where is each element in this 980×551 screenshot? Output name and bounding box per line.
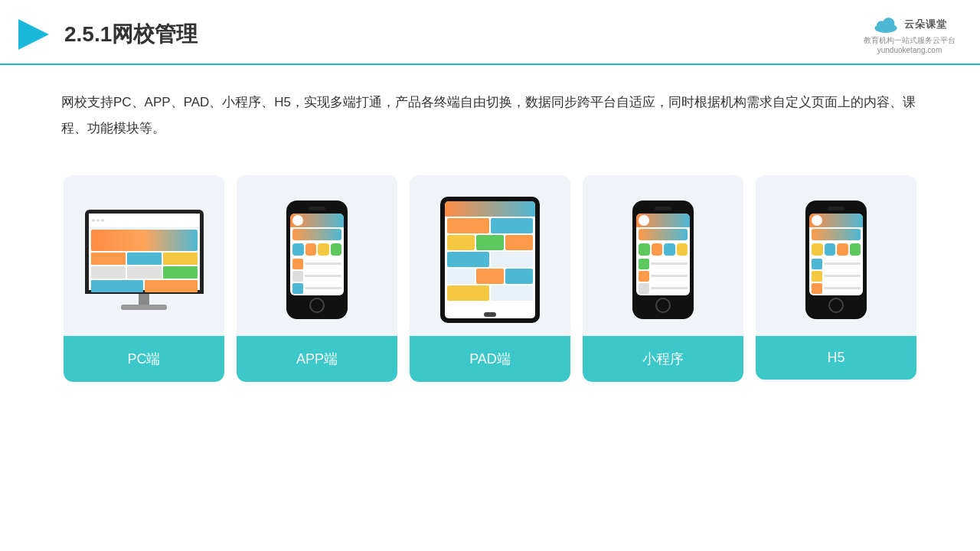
card-app: APP端 <box>237 175 397 382</box>
cards-container: PC端 <box>0 157 980 397</box>
logo-sub: 教育机构一站式服务云平台 <box>864 35 956 46</box>
logo-area: 云朵课堂 教育机构一站式服务云平台 yunduoketang.com <box>864 14 956 54</box>
logo-name: 云朵课堂 <box>904 18 947 31</box>
card-app-label: APP端 <box>237 336 397 382</box>
phone-miniprogram <box>632 201 694 319</box>
page-header: 2.5.1网校管理 云朵课堂 教育机构一站式服务云平台 yunduoketang… <box>0 0 980 65</box>
card-pc-image <box>64 175 224 336</box>
logo-url: yunduoketang.com <box>877 46 942 54</box>
svg-point-4 <box>875 24 897 33</box>
card-miniprogram-image <box>583 175 743 336</box>
card-pc-label: PC端 <box>64 336 224 382</box>
logo-cloud: 云朵课堂 <box>872 14 947 35</box>
page-title: 2.5.1网校管理 <box>64 20 198 49</box>
svg-marker-0 <box>18 19 49 50</box>
card-h5: H5 <box>756 175 916 382</box>
card-h5-label: H5 <box>756 336 916 380</box>
card-pad-label: PAD端 <box>410 336 570 382</box>
card-pad-image <box>410 175 570 336</box>
phone-h5 <box>805 201 867 319</box>
play-icon <box>15 16 52 53</box>
phone-app <box>286 201 348 319</box>
card-app-image <box>237 175 397 336</box>
tablet-pad <box>440 197 540 323</box>
description-text: 网校支持PC、APP、PAD、小程序、H5，实现多端打通，产品各终端自由切换，数… <box>0 65 980 157</box>
header-left: 2.5.1网校管理 <box>15 16 198 53</box>
card-h5-image <box>756 175 916 336</box>
card-miniprogram-label: 小程序 <box>583 336 743 382</box>
card-pad: PAD端 <box>410 175 570 382</box>
card-pc: PC端 <box>64 175 224 382</box>
card-miniprogram: 小程序 <box>583 175 743 382</box>
cloud-icon <box>872 14 900 35</box>
pc-monitor <box>85 210 204 310</box>
